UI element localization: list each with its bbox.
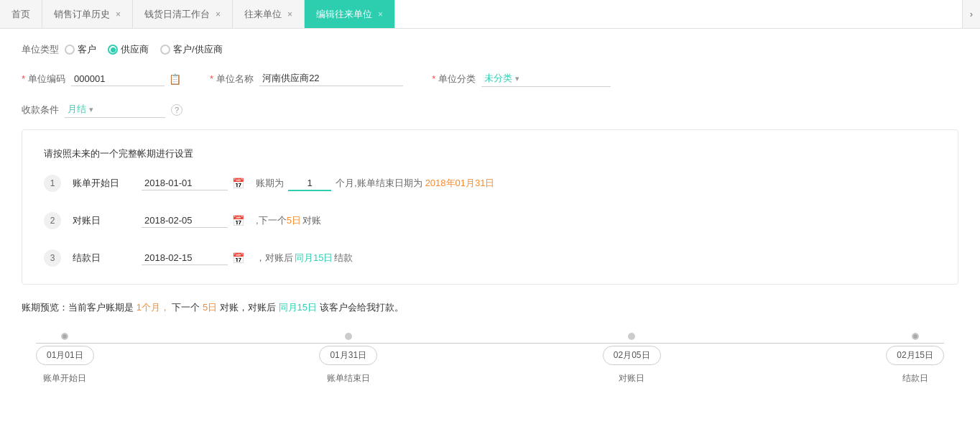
close-tab-counterparty[interactable]: ×: [287, 9, 292, 19]
step-1-date-wrap: 📅: [142, 176, 244, 190]
unit-code-input-wrap: 📋: [71, 72, 181, 86]
step-2-num: 2: [44, 212, 61, 229]
step-2-calendar-icon[interactable]: 📅: [232, 215, 244, 226]
payment-row: 收款条件 月结 ▾ ?: [22, 101, 958, 118]
step-3-desc-highlight: 同月15日: [295, 252, 333, 264]
unit-code-label: 单位编码: [28, 73, 65, 86]
tab-sales-history-label: 销售订单历史: [54, 8, 110, 21]
unit-type-group: 单位类型 客户 供应商 客户/供应商: [22, 43, 223, 56]
preview-text1: 下一个: [172, 302, 200, 313]
tab-bar: 首页 销售订单历史 × 钱货日清工作台 × 往来单位 × 编辑往来单位 × ›: [0, 0, 980, 29]
payment-condition-select[interactable]: 月结 ▾: [65, 101, 165, 118]
step-3-desc-prefix: ，对账后: [256, 252, 293, 264]
step-3-row: 3 结款日 📅 ，对账后 同月15日 结款: [44, 249, 936, 267]
unit-category-select[interactable]: 未分类 ▾: [481, 70, 611, 87]
tab-cash-work[interactable]: 钱货日清工作台 ×: [133, 0, 233, 28]
timeline-label-3: 对账日: [619, 372, 644, 385]
timeline-point-3: 02月05日 对账日: [603, 333, 661, 385]
step-2-desc-suffix: 对账: [302, 214, 321, 227]
chevron-down-icon: ▾: [515, 74, 519, 83]
timeline-dot-2: [345, 333, 352, 340]
timeline-label-1: 账单开始日: [43, 372, 86, 385]
radio-customer-circle: [65, 45, 75, 55]
step-1-label: 账单开始日: [73, 177, 130, 190]
close-tab-cash-work[interactable]: ×: [216, 9, 221, 19]
tab-edit-counterparty[interactable]: 编辑往来单位 ×: [305, 0, 395, 28]
period-input[interactable]: [288, 176, 331, 191]
payment-condition-value: 月结: [68, 103, 86, 116]
step-1-end-date: 2018年01月31日: [425, 177, 495, 190]
step-2-label: 对账日: [73, 214, 130, 227]
step-1-date-input[interactable]: [142, 176, 228, 190]
unit-category-group: * 单位分类 未分类 ▾: [432, 70, 611, 87]
radio-both-circle: [160, 45, 170, 55]
unit-name-group: * 单位名称: [210, 72, 403, 86]
step-2-desc-highlight: 5日: [287, 214, 301, 227]
timeline-badge-1: 01月01日: [36, 346, 94, 365]
tab-counterparty[interactable]: 往来单位 ×: [233, 0, 305, 28]
step-3-date-wrap: 📅: [142, 251, 244, 265]
unit-code-icon[interactable]: 📋: [169, 73, 181, 85]
close-tab-sales-history[interactable]: ×: [116, 9, 121, 19]
timeline-point-4: 02月15日 结款日: [886, 333, 944, 385]
step-1-desc-suffix: 个月,账单结束日期为: [336, 177, 422, 190]
unit-name-star: *: [210, 73, 213, 84]
step-2-desc-prefix: ,下一个: [256, 214, 287, 227]
radio-supplier-circle: [108, 45, 118, 55]
step-3-num: 3: [44, 249, 61, 267]
timeline-badge-2: 01月31日: [319, 346, 377, 365]
radio-customer[interactable]: 客户: [65, 43, 96, 56]
chevron-right-icon: ›: [970, 9, 973, 19]
unit-name-label: 单位名称: [216, 73, 254, 86]
unit-code-input[interactable]: [71, 72, 165, 86]
radio-both-label: 客户/供应商: [173, 43, 223, 56]
preview-label: 账期预览：当前客户账期是: [22, 302, 134, 313]
timeline-dot-3: [628, 333, 635, 340]
step-1-desc-prefix: 账期为: [256, 177, 284, 190]
tab-home-label: 首页: [11, 8, 30, 21]
timeline-container: 01月01日 账单开始日 01月31日 账单结束日 02月05日 对账日 02月…: [22, 333, 958, 385]
timeline-badge-4: 02月15日: [886, 346, 944, 365]
step-3-desc-suffix: 结款: [334, 252, 353, 264]
preview-text2: 对账，对账后: [220, 302, 276, 313]
timeline-point-2: 01月31日 账单结束日: [319, 333, 377, 385]
payment-condition-label: 收款条件: [22, 104, 59, 116]
step-2-date-wrap: 📅: [142, 213, 244, 228]
main-content: 单位类型 客户 供应商 客户/供应商 * 单位编码: [0, 29, 980, 437]
step-2-row: 2 对账日 📅 ,下一个 5日 对账: [44, 212, 936, 229]
unit-type-label: 单位类型: [22, 43, 59, 56]
step-3-date-input[interactable]: [142, 251, 228, 265]
preview-highlight1: 1个月，: [137, 302, 170, 313]
radio-group-unit-type: 客户 供应商 客户/供应商: [65, 43, 223, 56]
chevron-down-icon-payment: ▾: [89, 105, 93, 114]
unit-type-row: 单位类型 客户 供应商 客户/供应商: [22, 43, 958, 56]
settings-card: 请按照未来的一个完整帐期进行设置 1 账单开始日 📅 账期为 个月,账单结束日期…: [22, 129, 958, 285]
timeline-points: 01月01日 账单开始日 01月31日 账单结束日 02月05日 对账日 02月…: [36, 333, 944, 385]
preview-text: 账期预览：当前客户账期是 1个月， 下一个 5日 对账，对账后 同月15日 该客…: [22, 299, 958, 316]
timeline-dot-1: [61, 333, 68, 340]
tab-more-button[interactable]: ›: [962, 0, 980, 28]
unit-name-input[interactable]: [259, 72, 403, 86]
close-tab-edit-counterparty[interactable]: ×: [378, 9, 383, 19]
timeline-point-1: 01月01日 账单开始日: [36, 333, 94, 385]
timeline-label-2: 账单结束日: [327, 372, 370, 385]
tab-sales-history[interactable]: 销售订单历史 ×: [42, 0, 133, 28]
preview-text3: 该客户会给我打款。: [320, 302, 404, 313]
card-title: 请按照未来的一个完整帐期进行设置: [44, 147, 936, 160]
preview-highlight3: 同月15日: [279, 302, 317, 313]
step-1-calendar-icon[interactable]: 📅: [232, 178, 244, 189]
tab-counterparty-label: 往来单位: [244, 8, 282, 21]
unit-code-star: *: [22, 73, 25, 84]
unit-category-value: 未分类: [484, 72, 512, 85]
tab-cash-work-label: 钱货日清工作台: [144, 8, 210, 21]
timeline-badge-3: 02月05日: [603, 346, 661, 365]
step-3-calendar-icon[interactable]: 📅: [232, 252, 244, 264]
step-1-row: 1 账单开始日 📅 账期为 个月,账单结束日期为 2018年01月31日: [44, 175, 936, 192]
tab-home[interactable]: 首页: [0, 0, 42, 28]
radio-supplier[interactable]: 供应商: [108, 43, 149, 56]
radio-both[interactable]: 客户/供应商: [160, 43, 223, 56]
help-icon-payment[interactable]: ?: [171, 104, 182, 116]
step-2-date-input[interactable]: [142, 213, 228, 228]
unit-category-star: *: [432, 73, 435, 84]
unit-code-group: * 单位编码 📋: [22, 72, 181, 86]
